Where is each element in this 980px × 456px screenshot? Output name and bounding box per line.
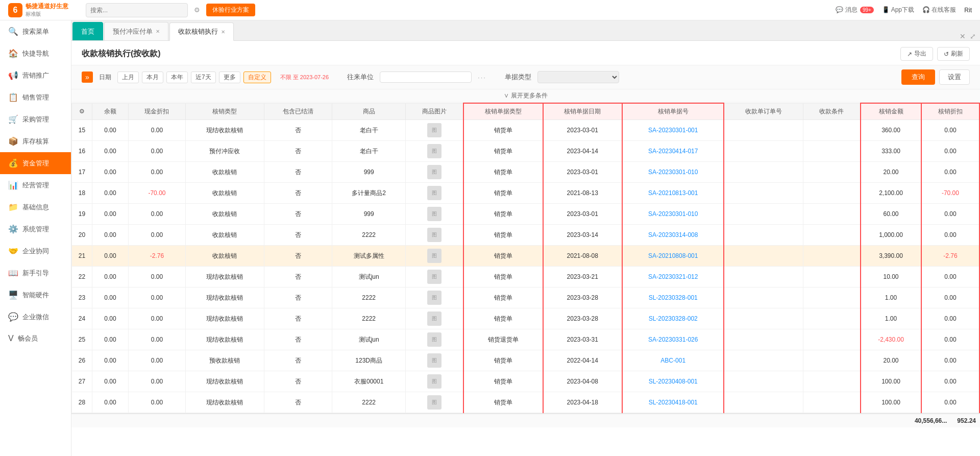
- app-download-btn[interactable]: 📱 App下载: [882, 6, 914, 14]
- setting-btn[interactable]: 设置: [939, 69, 970, 85]
- cell-bill-no[interactable]: SA-20230331-026: [622, 329, 724, 350]
- export-btn[interactable]: ↗ 导出: [900, 47, 933, 61]
- date-more-btn[interactable]: 更多: [219, 71, 240, 83]
- bill-no-link[interactable]: SA-20230331-026: [648, 336, 698, 343]
- cell-bill-no[interactable]: SA-20230321-012: [622, 267, 724, 287]
- sidebar-item-nav[interactable]: 🏠 快捷导航: [0, 42, 71, 64]
- query-btn[interactable]: 查询: [901, 69, 935, 85]
- bill-no-link[interactable]: SL-20230418-001: [649, 399, 698, 406]
- cell-bill-no[interactable]: SA-20230301-010: [622, 204, 724, 225]
- table-wrap[interactable]: ⚙ 余额 现金折扣 核销类型 包含已结清 商品 商品图片 核销单据类型 核销单据…: [71, 103, 980, 456]
- cell-cash-discount: 0.00: [128, 141, 185, 162]
- cell-include-settled: 否: [264, 308, 332, 329]
- cell-bill-no[interactable]: SA-20230301-001: [622, 120, 724, 141]
- bill-no-link[interactable]: SA-20230321-012: [648, 273, 698, 280]
- sidebar-item-hardware[interactable]: 🖥️ 智能硬件: [0, 284, 71, 306]
- online-service-btn[interactable]: 🎧 在线客服: [922, 6, 956, 14]
- th-settings[interactable]: ⚙: [72, 103, 92, 120]
- sidebar-item-basic[interactable]: 📁 基础信息: [0, 196, 71, 218]
- export-icon: ↗: [907, 51, 912, 58]
- sidebar-item-search[interactable]: 🔍 搜索菜单: [0, 20, 71, 42]
- system-icon: ⚙️: [8, 224, 18, 234]
- tab-prepay-label: 预付冲应付单: [113, 27, 153, 36]
- tab-receipt-close[interactable]: ✕: [221, 29, 225, 35]
- partner-input[interactable]: [380, 71, 472, 83]
- th-balance: 余额: [92, 103, 129, 120]
- bill-no-link[interactable]: SA-20230301-001: [648, 127, 698, 134]
- refresh-btn[interactable]: ↺ 刷新: [937, 47, 970, 61]
- tab-home[interactable]: 首页: [72, 22, 103, 40]
- bill-type-select[interactable]: [537, 71, 619, 83]
- bill-no-link[interactable]: ABC-001: [660, 357, 685, 364]
- table-row: 200.000.00收款核销否2222图销货单2023-03-14SA-2023…: [72, 225, 980, 246]
- cell-cancel-amount: -2,430.00: [861, 329, 921, 350]
- cell-bill-no[interactable]: ABC-001: [622, 350, 724, 371]
- cell-balance: 0.00: [92, 350, 129, 371]
- cell-bill-type: 销货单: [463, 287, 543, 308]
- tab-prepay[interactable]: 预付冲应付单 ✕: [104, 22, 168, 40]
- sidebar-item-inventory[interactable]: 📦 库存核算: [0, 130, 71, 152]
- date-this-year-btn[interactable]: 本年: [166, 71, 188, 83]
- date-7days-btn[interactable]: 近7天: [191, 71, 216, 83]
- th-include-settled: 包含已结清: [264, 103, 332, 120]
- cell-id: 20: [72, 225, 92, 246]
- tab-expand-icon[interactable]: ⤢: [970, 32, 976, 40]
- sidebar-item-vip[interactable]: V 畅会员: [0, 328, 71, 349]
- cell-bill-no[interactable]: SA-20210808-001: [622, 246, 724, 267]
- basic-icon: 📁: [8, 202, 18, 212]
- bill-no-link[interactable]: SA-20210808-001: [648, 252, 698, 259]
- cell-bill-no[interactable]: SL-20230328-001: [622, 287, 724, 308]
- collab-icon: 🤝: [8, 246, 18, 256]
- sidebar-item-wechat[interactable]: 💬 企业微信: [0, 306, 71, 328]
- sidebar-item-marketing[interactable]: 📢 营销推广: [0, 64, 71, 86]
- message-btn[interactable]: 💬 消息 99+: [836, 6, 874, 14]
- cell-bill-no[interactable]: SA-20230314-008: [622, 225, 724, 246]
- date-prev-month-btn[interactable]: 上月: [117, 71, 139, 83]
- cell-cancel-discount: 0.00: [921, 141, 979, 162]
- cell-bill-date: 2023-04-18: [543, 392, 622, 413]
- search-icon: 🔍: [8, 27, 18, 36]
- sidebar-item-sales[interactable]: 📋 销售管理: [0, 86, 71, 108]
- user-name[interactable]: Rit: [964, 7, 972, 14]
- cell-cash-discount: 0.00: [128, 267, 185, 287]
- sidebar-item-system[interactable]: ⚙️ 系统管理: [0, 218, 71, 240]
- bill-no-link[interactable]: SL-20230408-001: [649, 378, 698, 385]
- cell-bill-no[interactable]: SA-20210813-001: [622, 183, 724, 204]
- bill-no-link[interactable]: SA-20230314-008: [648, 231, 698, 238]
- industry-btn[interactable]: 休验行业方案: [206, 4, 255, 16]
- bill-no-link[interactable]: SL-20230328-001: [649, 294, 698, 301]
- sidebar-item-finance[interactable]: 💰 资金管理: [0, 152, 71, 174]
- bill-no-link[interactable]: SA-20230301-010: [648, 210, 698, 218]
- sidebar-item-collab[interactable]: 🤝 企业协同: [0, 240, 71, 262]
- sidebar-item-purchase[interactable]: 🛒 采购管理: [0, 108, 71, 130]
- date-custom-btn[interactable]: 自定义: [243, 71, 271, 83]
- table-row: 260.000.00预收款核销否123D商品图销货单2022-04-14ABC-…: [72, 350, 980, 371]
- cell-bill-date: 2023-04-08: [543, 371, 622, 392]
- cell-id: 18: [72, 183, 92, 204]
- expand-bar[interactable]: ∨ 展开更多条件: [71, 89, 980, 103]
- cell-bill-no[interactable]: SL-20230328-002: [622, 308, 724, 329]
- table-row: 220.000.00现结收款核销否测试jun图销货单2023-03-21SA-2…: [72, 267, 980, 287]
- sidebar-item-guide[interactable]: 📖 新手引导: [0, 262, 71, 284]
- cell-product-image: 图: [406, 183, 463, 204]
- cell-bill-no[interactable]: SA-20230414-017: [622, 141, 724, 162]
- bill-no-link[interactable]: SA-20210813-001: [648, 189, 698, 197]
- sidebar-item-operations[interactable]: 📊 经营管理: [0, 174, 71, 196]
- top-search-input[interactable]: [86, 3, 188, 17]
- tab-close-all-icon[interactable]: ✕: [960, 32, 966, 40]
- cell-bill-no[interactable]: SA-20230301-010: [622, 162, 724, 183]
- date-this-month-btn[interactable]: 本月: [142, 71, 163, 83]
- cell-product-image: 图: [406, 308, 463, 329]
- bill-no-link[interactable]: SA-20230301-010: [648, 169, 698, 176]
- tab-receipt[interactable]: 收款核销执行 ✕: [169, 22, 234, 41]
- cell-product-image: 图: [406, 267, 463, 287]
- cell-cash-discount: 0.00: [128, 329, 185, 350]
- tab-prepay-close[interactable]: ✕: [156, 29, 160, 34]
- table-footer: 40,556,66... 952.24: [71, 413, 980, 427]
- filter-toggle-btn[interactable]: »: [82, 71, 93, 83]
- bill-no-link[interactable]: SL-20230328-002: [649, 315, 698, 322]
- bill-no-link[interactable]: SA-20230414-017: [648, 148, 698, 155]
- cell-bill-no[interactable]: SL-20230418-001: [622, 392, 724, 413]
- cell-bill-no[interactable]: SL-20230408-001: [622, 371, 724, 392]
- gear-icon[interactable]: ⚙: [194, 6, 200, 14]
